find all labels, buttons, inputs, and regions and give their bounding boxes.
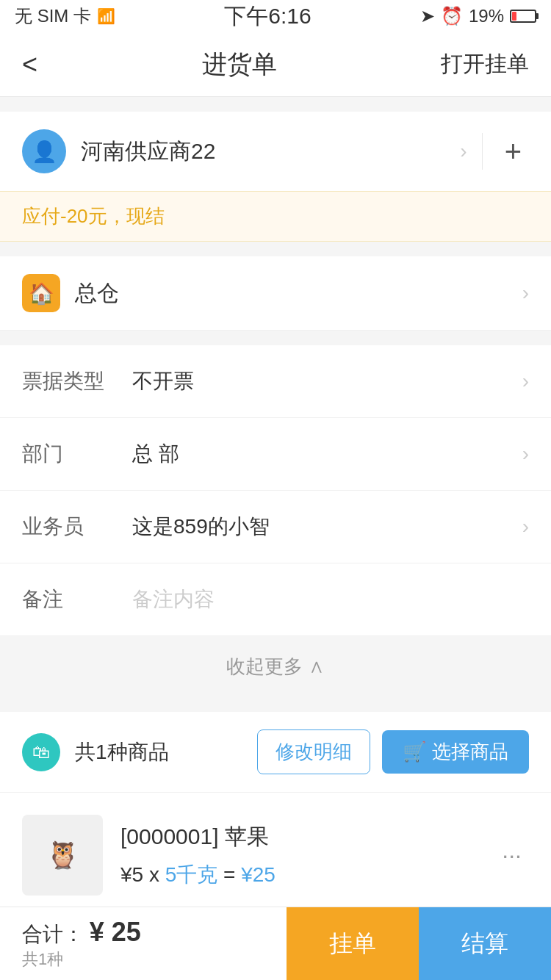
product-name: [0000001] 苹果 (120, 822, 494, 852)
edit-detail-button[interactable]: 修改明细 (257, 729, 370, 774)
remark-placeholder: 备注内容 (118, 586, 529, 613)
dept-label: 部门 (22, 440, 118, 468)
gap-3 (0, 331, 551, 345)
salesman-value: 这是859的小智 (118, 513, 522, 541)
product-code: [0000001] (120, 824, 218, 849)
open-hang-order-button[interactable]: 打开挂单 (441, 49, 529, 79)
more-button[interactable]: ··· (494, 835, 529, 876)
battery-percent: 19% (469, 6, 504, 26)
product-thumbnail: 🦉 (22, 815, 103, 896)
product-title: 苹果 (225, 824, 269, 849)
remark-label: 备注 (22, 586, 118, 613)
footer: 合计： ¥ 25 共1种 挂单 结算 (0, 907, 551, 980)
supplier-card: 👤 河南供应商22 › + 应付-20元，现结 (0, 112, 551, 242)
product-price: ¥5 x 5千克 = ¥25 (120, 861, 494, 889)
gap-2 (0, 242, 551, 256)
product-section-icon: 🛍 (22, 733, 60, 771)
product-header: 🛍 共1种商品 修改明细 🛒 选择商品 (0, 712, 551, 793)
invoice-value: 不开票 (118, 367, 522, 395)
back-button[interactable]: < (22, 49, 37, 80)
carrier-label: 无 SIM 卡 (15, 4, 91, 28)
cart-icon: 🛒 (403, 741, 426, 763)
select-product-button[interactable]: 🛒 选择商品 (382, 730, 529, 774)
supplier-chevron-icon: › (460, 140, 467, 163)
collapse-button[interactable]: 收起更多 ∧ (0, 636, 551, 697)
warehouse-name: 总仓 (75, 278, 522, 309)
salesman-chevron-icon: › (522, 515, 529, 538)
dept-chevron-icon: › (522, 442, 529, 466)
item-total: ¥25 (241, 863, 276, 886)
gap-1 (0, 97, 551, 112)
quantity: 5千克 (165, 863, 218, 886)
checkout-button[interactable]: 结算 (419, 907, 551, 981)
avatar-icon: 👤 (32, 140, 57, 164)
location-icon: ➤ (420, 6, 435, 26)
product-info: [0000001] 苹果 ¥5 x 5千克 = ¥25 (120, 822, 494, 889)
alarm-icon: ⏰ (441, 6, 463, 26)
status-right: ➤ ⏰ 19% (420, 6, 536, 26)
total-sub: 共1种 (22, 948, 264, 970)
warehouse-row[interactable]: 🏠 总仓 › (0, 256, 551, 331)
bag-icon: 🛍 (32, 742, 50, 763)
collapse-label: 收起更多 ∧ (226, 654, 324, 680)
invoice-row[interactable]: 票据类型 不开票 › (0, 345, 551, 418)
product-count-label: 共1种商品 (75, 738, 257, 766)
supplier-name: 河南供应商22 (81, 137, 460, 167)
supplier-row[interactable]: 👤 河南供应商22 › + (0, 112, 551, 191)
salesman-row[interactable]: 业务员 这是859的小智 › (0, 491, 551, 563)
form-card: 票据类型 不开票 › 部门 总 部 › 业务员 这是859的小智 › 备注 备注… (0, 345, 551, 636)
warehouse-chevron-icon: › (522, 281, 529, 305)
gap-4 (0, 697, 551, 712)
time-label: 下午6:16 (224, 1, 311, 32)
warehouse-card: 🏠 总仓 › (0, 256, 551, 331)
owl-icon: 🦉 (46, 840, 79, 871)
nav-bar: < 进货单 打开挂单 (0, 32, 551, 97)
page-title: 进货单 (202, 48, 277, 82)
dept-row[interactable]: 部门 总 部 › (0, 418, 551, 491)
invoice-label: 票据类型 (22, 367, 118, 395)
salesman-label: 业务员 (22, 513, 118, 541)
remark-row[interactable]: 备注 备注内容 (0, 563, 551, 636)
hang-order-button[interactable]: 挂单 (287, 907, 419, 981)
wifi-icon: 📶 (97, 7, 115, 25)
supplier-divider (482, 133, 483, 170)
total-amount: ¥ 25 (90, 917, 141, 947)
dept-value: 总 部 (118, 440, 522, 468)
battery-icon (510, 10, 536, 23)
product-item: 🦉 [0000001] 苹果 ¥5 x 5千克 = ¥25 ··· (0, 793, 551, 918)
add-button[interactable]: + (497, 135, 529, 168)
footer-total: 合计： ¥ 25 共1种 (0, 917, 287, 970)
supplier-avatar: 👤 (22, 129, 66, 173)
product-card: 🛍 共1种商品 修改明细 🛒 选择商品 🦉 [0000001] 苹果 ¥5 x … (0, 712, 551, 918)
status-left: 无 SIM 卡 📶 (15, 4, 115, 28)
payment-notice: 应付-20元，现结 (0, 191, 551, 242)
select-product-label: 选择商品 (432, 739, 508, 765)
invoice-chevron-icon: › (522, 370, 529, 393)
unit-price: ¥5 (120, 863, 143, 886)
status-bar: 无 SIM 卡 📶 下午6:16 ➤ ⏰ 19% (0, 0, 551, 32)
footer-total-row: 合计： ¥ 25 (22, 917, 264, 948)
total-label: 合计： (22, 923, 84, 945)
warehouse-icon: 🏠 (22, 274, 60, 312)
